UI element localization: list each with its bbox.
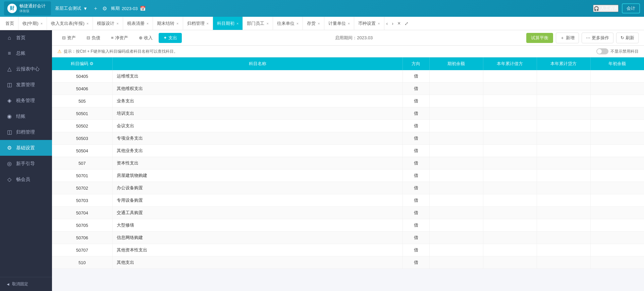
sub-tab-net-asset[interactable]: ≡ 净资产 bbox=[106, 33, 133, 43]
table-row[interactable]: 50405 运维维支出 借 bbox=[52, 70, 644, 83]
balance-button[interactable]: 试算平衡 bbox=[526, 33, 553, 43]
table-row[interactable]: 50701 房屋建筑物购建 借 bbox=[52, 169, 644, 182]
tab-prev-icon[interactable]: ‹ bbox=[384, 19, 390, 28]
tab-income[interactable]: 收入支出表(年报) × bbox=[47, 17, 93, 30]
tab-income-close[interactable]: × bbox=[87, 21, 89, 26]
tab-inventory-close[interactable]: × bbox=[318, 21, 320, 26]
sub-tab-liability[interactable]: ⊟ 负债 bbox=[82, 33, 105, 43]
tab-currency[interactable]: 币种设置 × bbox=[354, 17, 384, 30]
app-logo-icon: 财 bbox=[7, 4, 17, 13]
header-right: 🎧 人工咨询 会计 bbox=[593, 3, 640, 13]
sidebar-item-basic-settings[interactable]: ⚙ 基础设置 bbox=[0, 140, 52, 156]
sidebar-ledger-label: 总账 bbox=[16, 50, 25, 56]
table-row[interactable]: 50707 其他资本性支出 借 bbox=[52, 244, 644, 256]
tab-next-icon[interactable]: › bbox=[390, 19, 395, 28]
cell-dir: 借 bbox=[402, 256, 429, 269]
cell-ytd-credit bbox=[537, 95, 590, 107]
cell-ytd-credit bbox=[537, 194, 590, 207]
sidebar-item-archive[interactable]: ◫ 归档管理 bbox=[0, 124, 52, 140]
sidebar-item-ledger[interactable]: ≡ 总账 bbox=[0, 46, 52, 61]
tab-archive-close[interactable]: × bbox=[207, 21, 209, 26]
asset-icon: ⊟ bbox=[62, 35, 66, 40]
calendar-icon[interactable]: 📅 bbox=[140, 6, 146, 11]
table-row[interactable]: 507 资本性支出 借 bbox=[52, 157, 644, 169]
tab-archive-label: 归档管理 bbox=[187, 20, 205, 27]
sub-tab-expenditure[interactable]: ✦ 支出 bbox=[159, 33, 182, 43]
headphone-icon: 🎧 bbox=[594, 6, 599, 11]
table-row[interactable]: 50704 交通工具购置 借 bbox=[52, 207, 644, 219]
tab-contacts-close[interactable]: × bbox=[297, 21, 299, 26]
sidebar-item-reports[interactable]: △ 云报表中心 bbox=[0, 61, 52, 77]
cell-code: 510 bbox=[52, 256, 112, 269]
tab-taxform-close[interactable]: × bbox=[147, 21, 149, 26]
settings-gear-icon: ⚙ bbox=[6, 145, 13, 151]
tab-close-all-icon[interactable]: × bbox=[395, 19, 402, 28]
sidebar-item-tax[interactable]: ◈ 税务管理 bbox=[0, 93, 52, 108]
more-button[interactable]: ⋯ 更多操作 bbox=[582, 33, 613, 43]
table-row[interactable]: 50501 培训支出 借 bbox=[52, 107, 644, 120]
tab-period-end[interactable]: 期末结转 × bbox=[153, 17, 183, 30]
tab-unit-close[interactable]: × bbox=[348, 21, 350, 26]
sub-tab-net-asset-label: 净资产 bbox=[115, 35, 128, 41]
table-row[interactable]: 50703 专用设备购置 借 bbox=[52, 194, 644, 207]
home-icon: ⌂ bbox=[6, 35, 13, 41]
tab-inventory[interactable]: 存货 × bbox=[303, 17, 324, 30]
table-row[interactable]: 50503 专项业务支出 借 bbox=[52, 132, 644, 145]
table-row[interactable]: 505 业务支出 借 bbox=[52, 95, 644, 107]
tab-subject-init-close[interactable]: × bbox=[236, 21, 238, 26]
table-row[interactable]: 510 其他支出 借 bbox=[52, 256, 644, 269]
cell-opening bbox=[429, 83, 483, 95]
main-layout: ⌂ 首页 ≡ 总账 △ 云报表中心 ◫ 发票管理 ◈ 税务管理 ◉ 结账 ◫ 归… bbox=[0, 30, 644, 291]
tab-contacts[interactable]: 往来单位 × bbox=[273, 17, 303, 30]
table-row[interactable]: 50406 其他维权支出 借 bbox=[52, 83, 644, 95]
tab-dept-staff[interactable]: 部门员工 × bbox=[243, 17, 273, 30]
tab-taxform[interactable]: 税表清册 × bbox=[123, 17, 153, 30]
tab-dept-staff-close[interactable]: × bbox=[266, 21, 268, 26]
tab-cashflow-close[interactable]: × bbox=[41, 21, 43, 26]
tab-period-end-close[interactable]: × bbox=[176, 21, 178, 26]
add-button[interactable]: ＋ 新增 bbox=[556, 33, 579, 43]
toolbar-right: 试算平衡 ＋ 新增 ⋯ 更多操作 ↻ 刷新 bbox=[526, 33, 639, 43]
cell-ytd-credit bbox=[537, 256, 590, 269]
member-icon: ◇ bbox=[6, 176, 13, 183]
cell-name: 专项业务支出 bbox=[112, 132, 402, 145]
tab-home[interactable]: 首页 bbox=[1, 17, 18, 30]
tab-unit[interactable]: 计量单位 × bbox=[324, 17, 354, 30]
tab-cashflow[interactable]: 收(中期) × bbox=[18, 17, 47, 30]
company-dropdown-icon[interactable]: ▼ bbox=[83, 6, 88, 11]
tab-template[interactable]: 模版设计 × bbox=[93, 17, 123, 30]
table-row[interactable]: 50706 信息网络购建 借 bbox=[52, 232, 644, 244]
sub-tab-income[interactable]: ⊕ 收入 bbox=[134, 33, 157, 43]
cell-name: 房屋建筑物购建 bbox=[112, 169, 402, 182]
tab-dept-staff-label: 部门员工 bbox=[247, 20, 264, 27]
cell-ytd-debit bbox=[483, 145, 537, 157]
collapse-label: 取消固定 bbox=[12, 281, 28, 287]
account-button[interactable]: 会计 bbox=[622, 3, 640, 13]
sidebar-item-invoice[interactable]: ◫ 发票管理 bbox=[0, 77, 52, 93]
help-button[interactable]: 🎧 人工咨询 bbox=[593, 5, 619, 12]
sidebar-item-closing[interactable]: ◉ 结账 bbox=[0, 108, 52, 124]
table-row[interactable]: 50705 大型修缮 借 bbox=[52, 219, 644, 232]
refresh-button[interactable]: ↻ 刷新 bbox=[616, 33, 639, 43]
settings-icon[interactable]: ⚙ bbox=[102, 5, 107, 12]
table-row[interactable]: 50702 办公设备购置 借 bbox=[52, 182, 644, 194]
table-row[interactable]: 50504 其他业务支出 借 bbox=[52, 145, 644, 157]
sidebar-collapse-btn[interactable]: ◄ 取消固定 bbox=[0, 277, 52, 291]
income-icon: ⊕ bbox=[139, 35, 143, 40]
sidebar-item-home[interactable]: ⌂ 首页 bbox=[0, 30, 52, 46]
tab-subject-init[interactable]: 科目期初 × bbox=[213, 17, 243, 30]
more-label: 更多操作 bbox=[592, 35, 609, 41]
th-code[interactable]: 科目编码 ⚙ bbox=[52, 57, 112, 70]
sub-tab-asset[interactable]: ⊟ 资产 bbox=[57, 33, 80, 43]
table-row[interactable]: 50502 会议支出 借 bbox=[52, 120, 644, 132]
tab-currency-close[interactable]: × bbox=[378, 21, 380, 26]
tab-template-close[interactable]: × bbox=[116, 21, 118, 26]
sidebar-item-member[interactable]: ◇ 畅会员 bbox=[0, 172, 52, 187]
tab-expand-icon[interactable]: ⤢ bbox=[402, 19, 411, 28]
tab-archive[interactable]: 归档管理 × bbox=[183, 17, 213, 30]
disabled-toggle[interactable] bbox=[596, 48, 608, 54]
sidebar-item-guide[interactable]: ◎ 新手引导 bbox=[0, 156, 52, 172]
cell-opening bbox=[429, 107, 483, 120]
add-tab-icon[interactable]: ＋ bbox=[93, 5, 98, 12]
app-name: 畅捷通好会计 bbox=[19, 3, 46, 9]
